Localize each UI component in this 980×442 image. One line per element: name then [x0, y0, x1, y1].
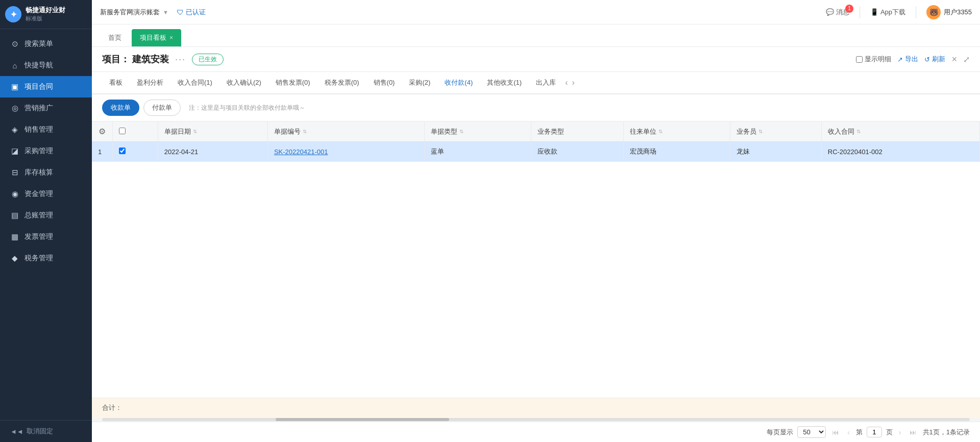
sidebar-item-label: 税务管理 [24, 254, 53, 263]
sub-tab-other-expense[interactable]: 其他收支(1) [480, 72, 529, 94]
account-name: 新服务官网演示账套 [100, 8, 160, 17]
app-download-button[interactable]: 📱 App下载 [870, 8, 905, 17]
sidebar-item-ledger[interactable]: ▤ 总账管理 [0, 205, 92, 226]
date-column-header: 单据日期 ⇅ [158, 121, 267, 142]
type-column-header: 单据类型 ⇅ [424, 121, 531, 142]
sidebar-item-label: 发票管理 [24, 232, 53, 241]
show-detail-label: 显示明细 [865, 55, 891, 64]
sidebar-item-label: 营销推广 [24, 104, 53, 113]
type-sort-icon[interactable]: ⇅ [459, 129, 463, 134]
sidebar-item-finance[interactable]: ◉ 资金管理 [0, 183, 92, 205]
sub-tab-income-confirm[interactable]: 收入确认(2) [219, 72, 268, 94]
total-label: 合计： [102, 403, 122, 412]
refresh-label: 刷新 [932, 55, 945, 64]
sidebar-item-purchase-mgmt[interactable]: ◪ 采购管理 [0, 140, 92, 162]
salesperson-column-header: 业务员 ⇅ [730, 121, 822, 142]
tab-close-icon[interactable]: × [169, 34, 173, 41]
export-label: 导出 [905, 55, 918, 64]
page-number-input[interactable] [867, 427, 882, 437]
phone-icon: 📱 [870, 8, 878, 16]
sidebar-item-sales-mgmt[interactable]: ◈ 销售管理 [0, 119, 92, 140]
tab-project-board[interactable]: 项目看板 × [132, 29, 181, 46]
number-sort-icon[interactable]: ⇅ [303, 129, 307, 134]
sidebar-item-tax-mgmt[interactable]: ◆ 税务管理 [0, 248, 92, 269]
tab-home-label: 首页 [108, 33, 121, 42]
row-type: 蓝单 [424, 142, 531, 162]
page-label: 第 [856, 428, 863, 437]
user-label: 用户3355 [944, 8, 972, 17]
row-salesperson: 龙妹 [730, 142, 822, 162]
verified-badge: 🛡 已认证 [177, 8, 206, 17]
project-more-button[interactable]: ··· [175, 54, 186, 65]
user-menu[interactable]: 🐻 用户3355 [926, 5, 972, 19]
sub-tab-nav: ‹ › [563, 78, 577, 87]
select-all-checkbox[interactable] [119, 128, 126, 134]
receipt-tab-button[interactable]: 收款单 [102, 100, 139, 116]
pin-icon: ◄◄ [10, 428, 23, 435]
project-header: 项目： 建筑安装 ··· 已生效 显示明细 ↗ 导出 ↺ 刷新 × ⤢ [92, 47, 980, 72]
sub-tab-payment[interactable]: 收付款(4) [437, 72, 480, 94]
show-detail-checkbox[interactable]: 显示明细 [856, 55, 891, 64]
document-number-link[interactable]: SK-20220421-001 [274, 148, 328, 156]
sales-icon: ◈ [10, 125, 19, 134]
content-area: 项目： 建筑安装 ··· 已生效 显示明细 ↗ 导出 ↺ 刷新 × ⤢ [92, 47, 980, 442]
scrollbar-track [102, 418, 970, 421]
sub-tab-in-out[interactable]: 出入库 [529, 72, 563, 94]
purchase-icon: ◪ [10, 146, 19, 156]
shield-icon: 🛡 [177, 8, 184, 16]
refresh-button[interactable]: ↺ 刷新 [924, 55, 945, 64]
sub-tab-prev-arrow[interactable]: ‹ [563, 78, 570, 87]
payment-tab-button[interactable]: 付款单 [143, 100, 181, 116]
sub-tab-next-arrow[interactable]: › [570, 78, 576, 87]
sidebar-item-invoice-mgmt[interactable]: ▦ 发票管理 [0, 226, 92, 248]
page-size-label: 每页显示 [767, 428, 793, 437]
table-footer: 合计： [92, 398, 980, 418]
show-detail-input[interactable] [856, 56, 863, 63]
tabbar: 首页 项目看板 × [92, 24, 980, 47]
sidebar-item-label: 项目合同 [24, 82, 53, 91]
maximize-button[interactable]: ⤢ [963, 55, 970, 64]
row-select-checkbox[interactable] [119, 148, 126, 154]
table-row[interactable]: 1 2022-04-21 SK-20220421-001 蓝单 应收款 宏茂商场… [92, 142, 980, 162]
salesperson-sort-icon[interactable]: ⇅ [758, 129, 763, 134]
close-button[interactable]: × [951, 54, 957, 65]
project-label: 项目： 建筑安装 [102, 53, 169, 65]
income-contract-sort-icon[interactable]: ⇅ [856, 129, 861, 134]
column-settings-icon[interactable]: ⚙ [99, 127, 106, 136]
first-page-button[interactable]: ⏮ [830, 427, 841, 437]
row-date: 2022-04-21 [158, 142, 267, 162]
row-business-type: 应收款 [531, 142, 623, 162]
sub-tab-profit[interactable]: 盈利分析 [130, 72, 170, 94]
scrollbar-thumb[interactable] [276, 418, 449, 421]
last-page-button[interactable]: ⏭ [908, 427, 919, 437]
cancel-pin-button[interactable]: ◄◄ 取消固定 [0, 420, 92, 442]
tab-home[interactable]: 首页 [100, 29, 130, 46]
sub-tab-kanban[interactable]: 看板 [102, 72, 130, 94]
sub-tab-sales-invoice[interactable]: 销售发票(0) [268, 72, 317, 94]
row-checkbox[interactable] [112, 142, 158, 162]
project-name: 建筑安装 [132, 54, 169, 64]
partner-sort-icon[interactable]: ⇅ [658, 129, 663, 134]
export-button[interactable]: ↗ 导出 [897, 55, 918, 64]
sidebar-item-inventory[interactable]: ⊟ 库存核算 [0, 162, 92, 183]
sidebar: ✦ 畅捷通好业财 标准版 ⊙ 搜索菜单 ⌂ 快捷导航 ▣ 项目合同 ◎ 营销推广… [0, 0, 92, 442]
sidebar-item-search[interactable]: ⊙ 搜索菜单 [0, 33, 92, 55]
horizontal-scrollbar[interactable] [92, 418, 980, 422]
sidebar-item-label: 快捷导航 [24, 61, 53, 70]
sub-tab-tax-invoice[interactable]: 税务发票(0) [317, 72, 366, 94]
row-number[interactable]: SK-20220421-001 [267, 142, 424, 162]
prev-page-button[interactable]: ‹ [845, 427, 852, 437]
sub-tab-purchase[interactable]: 采购(2) [402, 72, 437, 94]
sidebar-item-quicknav[interactable]: ⌂ 快捷导航 [0, 55, 92, 76]
account-selector[interactable]: 新服务官网演示账套 ▼ [100, 8, 168, 17]
sub-tab-income-contract[interactable]: 收入合同(1) [170, 72, 219, 94]
table-container: ⚙ 单据日期 ⇅ 单据编号 [92, 121, 980, 398]
sidebar-item-marketing[interactable]: ◎ 营销推广 [0, 97, 92, 119]
page-size-select[interactable]: 50 100 200 [797, 426, 826, 438]
partner-column-header: 往来单位 ⇅ [623, 121, 730, 142]
sidebar-item-project-contract[interactable]: ▣ 项目合同 [0, 76, 92, 97]
next-page-button[interactable]: › [897, 427, 903, 437]
date-sort-icon[interactable]: ⇅ [193, 129, 197, 134]
sub-tab-sales[interactable]: 销售(0) [366, 72, 402, 94]
message-button[interactable]: 💬 消息 1 [826, 8, 849, 17]
